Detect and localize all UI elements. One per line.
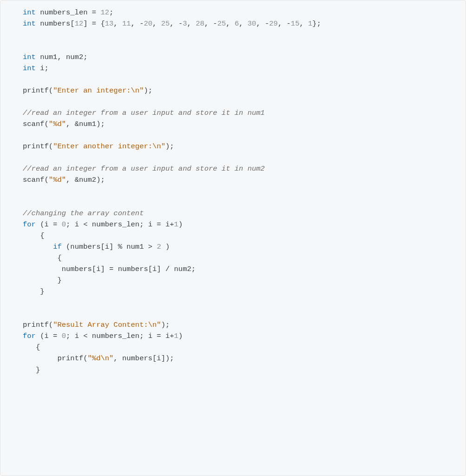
code-token-str: "Result Array Content:\n" <box>53 321 161 329</box>
code-token-num: 12 <box>100 8 109 17</box>
code-token-str: "Enter another integer:\n" <box>53 142 165 151</box>
code-token-num: 1 <box>174 332 178 340</box>
code-token-cmt: //read an integer from a user input and … <box>23 109 265 117</box>
code-token-num: 1 <box>308 20 312 28</box>
code-token-fn: printf <box>23 142 49 151</box>
code-content: int numbers_len = 12; int numbers[12] = … <box>23 7 466 376</box>
code-token-str: "%d\n" <box>88 354 114 363</box>
code-token-num: 25 <box>161 20 170 28</box>
code-token-str: "%d" <box>49 120 66 128</box>
code-token-kw: int <box>23 8 36 17</box>
code-token-fn: printf <box>23 321 49 329</box>
code-token-num: 29 <box>269 20 278 28</box>
code-token-fn: scanf <box>23 120 45 128</box>
code-token-num: 6 <box>235 20 239 28</box>
code-token-num: 11 <box>122 20 131 28</box>
code-token-num: 1 <box>174 220 178 229</box>
code-token-num: 0 <box>62 332 66 340</box>
code-block: int numbers_len = 12; int numbers[12] = … <box>0 0 466 476</box>
code-token-num: 3 <box>183 20 187 28</box>
code-token-num: 2 <box>157 243 161 251</box>
code-token-num: 20 <box>144 20 152 28</box>
code-token-num: 25 <box>217 20 226 28</box>
code-token-cmt: //read an integer from a user input and … <box>23 165 265 173</box>
code-token-kw: int <box>23 20 36 28</box>
code-token-num: 12 <box>75 20 84 28</box>
code-token-kw: int <box>23 53 36 61</box>
code-token-num: 0 <box>62 220 66 229</box>
code-token-kw: int <box>23 64 36 73</box>
code-token-num: 28 <box>196 20 204 28</box>
code-token-kw: for <box>23 220 36 229</box>
code-token-str: "%d" <box>49 176 66 184</box>
code-token-num: 13 <box>105 20 114 28</box>
code-token-cmt: //changing the array content <box>23 209 144 218</box>
code-token-fn: printf <box>23 86 49 95</box>
code-token-kw: if <box>53 243 62 251</box>
code-token-num: 30 <box>248 20 256 28</box>
code-token-num: 15 <box>291 20 300 28</box>
code-token-str: "Enter an integer:\n" <box>53 86 144 95</box>
code-token-fn: printf <box>57 354 83 363</box>
code-token-kw: for <box>23 332 36 340</box>
code-token-fn: scanf <box>23 176 45 184</box>
